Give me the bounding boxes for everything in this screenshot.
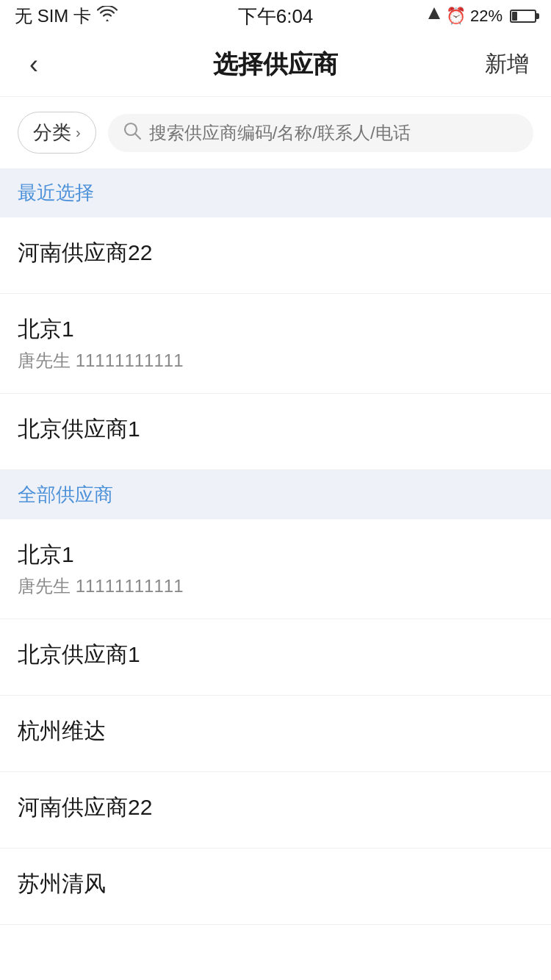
add-button[interactable]: 新增 [485, 49, 529, 79]
list-item[interactable]: 北京1唐先生 11111111111 [0, 519, 551, 619]
search-area: 分类 › [0, 97, 551, 168]
list-item[interactable]: 北京供应商1 [0, 619, 551, 696]
carrier-label: 无 SIM 卡 [15, 4, 91, 28]
nav-bar: ‹ 选择供应商 新增 [0, 32, 551, 97]
item-name: 北京供应商1 [18, 414, 533, 444]
item-name: 北京1 [18, 540, 533, 570]
category-label: 分类 [33, 120, 71, 145]
item-name: 北京1 [18, 314, 533, 345]
wifi-icon [97, 6, 118, 26]
search-input[interactable] [149, 123, 519, 143]
status-bar: 无 SIM 卡 下午6:04 ⏰ 22% [0, 0, 551, 32]
alarm-icon: ⏰ [446, 7, 466, 26]
item-name: 河南供应商22 [18, 793, 533, 823]
list-item[interactable]: 河南供应商22 [0, 772, 551, 849]
list-item[interactable]: 北京1唐先生 11111111111 [0, 294, 551, 394]
all-section-header: 全部供应商 [0, 470, 551, 519]
list-item[interactable]: 苏州清风 [0, 849, 551, 925]
recent-list: 河南供应商22北京1唐先生 11111111111北京供应商1 [0, 217, 551, 470]
recent-section-label: 最近选择 [18, 181, 94, 203]
back-button[interactable]: ‹ [22, 42, 46, 87]
search-icon [123, 121, 142, 145]
search-input-wrapper [108, 114, 533, 152]
location-icon [427, 6, 442, 26]
item-name: 河南供应商22 [18, 238, 533, 268]
chevron-right-icon: › [76, 124, 81, 141]
battery-icon [510, 10, 536, 23]
all-section-label: 全部供应商 [18, 483, 113, 505]
list-item[interactable]: 河南供应商22 [0, 217, 551, 294]
category-button[interactable]: 分类 › [18, 112, 96, 154]
battery-percent: 22% [470, 7, 503, 26]
status-left: 无 SIM 卡 [15, 4, 118, 28]
item-sub: 唐先生 11111111111 [18, 574, 533, 598]
item-sub: 唐先生 11111111111 [18, 349, 533, 372]
item-name: 北京供应商1 [18, 640, 533, 670]
status-time: 下午6:04 [238, 4, 314, 29]
status-right: ⏰ 22% [427, 6, 536, 26]
page-title: 选择供应商 [213, 48, 338, 82]
list-item[interactable]: 杭州维达 [0, 696, 551, 772]
item-name: 苏州清风 [18, 869, 533, 899]
list-item[interactable]: 北京供应商1 [0, 394, 551, 470]
all-list: 北京1唐先生 11111111111北京供应商1杭州维达河南供应商22苏州清风 [0, 519, 551, 925]
svg-line-1 [135, 134, 140, 139]
recent-section-header: 最近选择 [0, 168, 551, 217]
item-name: 杭州维达 [18, 716, 533, 746]
